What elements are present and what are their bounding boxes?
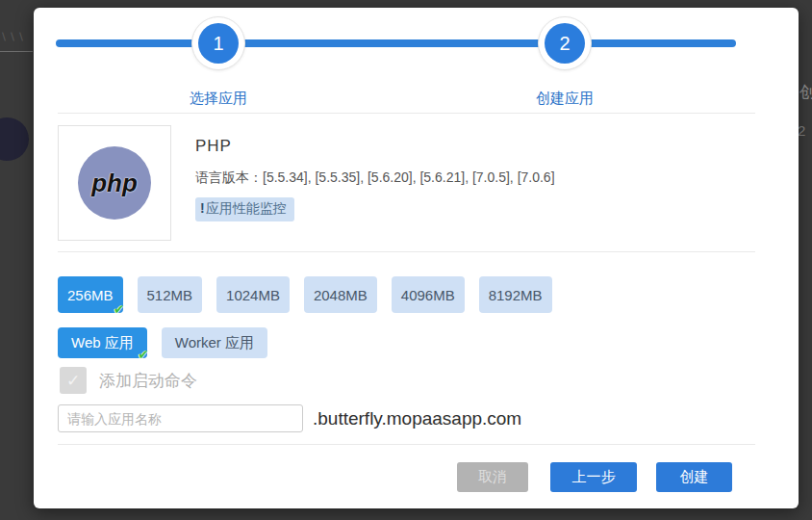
backdrop-text-fragment: 创 [799,81,812,103]
backdrop-text-fragment: 2 [798,122,805,139]
step-2-label: 创建应用 [469,90,661,108]
memory-option-512mb[interactable]: 512MB [138,276,203,313]
memory-option-256mb[interactable]: 256MB ✔ [58,276,123,313]
apm-badge: !应用性能监控 [195,197,294,221]
backdrop-clipped-logo [0,117,29,161]
php-logo-icon: php [78,146,151,220]
memory-option-label: 1024MB [226,287,280,303]
selected-app-info: PHP 语言版本：[5.5.34], [5.5.35], [5.6.20], [… [195,125,760,221]
create-button[interactable]: 创建 [656,462,732,492]
domain-suffix-text: .butterfly.mopaasapp.com [313,408,521,429]
startup-command-checkbox[interactable]: ✓ [60,367,87,394]
memory-option-label: 2048MB [314,287,368,303]
backdrop-clipped-text: ∖∖∖ [0,31,33,52]
memory-size-options: 256MB ✔ 512MB 1024MB 2048MB 4096MB 8192M… [58,276,567,313]
app-type-label: Worker 应用 [175,334,254,352]
app-type-options: Web 应用 ✔ Worker 应用 [58,327,282,358]
check-icon: ✔ [114,301,125,317]
app-name-row: .butterfly.mopaasapp.com [58,404,521,432]
memory-option-4096mb[interactable]: 4096MB [392,276,465,313]
memory-option-label: 4096MB [401,287,455,303]
memory-option-label: 256MB [67,287,114,303]
memory-option-label: 8192MB [489,287,543,303]
step-1-number: 1 [198,23,239,64]
selected-app-card: php [58,125,171,241]
step-2-node[interactable]: 2 [538,16,592,70]
previous-step-button[interactable]: 上一步 [550,462,637,492]
startup-command-label: 添加启动命令 [99,370,197,392]
memory-option-2048mb[interactable]: 2048MB [304,276,377,313]
app-type-label: Web 应用 [71,334,134,352]
alert-icon: ! [200,200,205,216]
startup-command-row: ✓ 添加启动命令 [60,367,197,394]
progress-bar [56,39,736,47]
divider [58,444,755,445]
app-versions-text: 语言版本：[5.5.34], [5.5.35], [5.6.20], [5.6.… [195,169,760,187]
app-name-input[interactable] [58,404,303,432]
step-1-node[interactable]: 1 [191,16,245,70]
php-logo-text: php [91,169,138,198]
memory-option-1024mb[interactable]: 1024MB [216,276,290,313]
step-1-label: 选择应用 [122,90,315,108]
create-app-wizard-modal: 1 2 选择应用 创建应用 php PHP 语言版本：[5.5.34], [5.… [34,8,799,508]
check-icon: ✔ [138,347,149,362]
divider [58,113,755,114]
memory-option-8192mb[interactable]: 8192MB [479,276,552,313]
cancel-button[interactable]: 取消 [457,462,528,492]
divider [58,251,755,252]
step-2-number: 2 [545,23,585,64]
app-type-option-worker[interactable]: Worker 应用 [162,327,267,358]
app-name-title: PHP [195,137,760,156]
checkbox-check-icon: ✓ [66,371,80,391]
memory-option-label: 512MB [147,287,193,303]
app-type-option-web[interactable]: Web 应用 ✔ [58,327,147,358]
apm-badge-label: 应用性能监控 [206,200,287,216]
